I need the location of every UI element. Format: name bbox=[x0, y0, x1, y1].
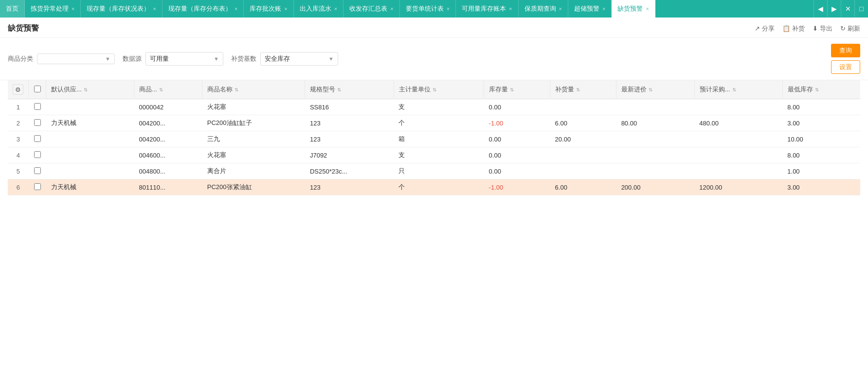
th-product-code[interactable]: 商品... ⇅ bbox=[134, 80, 202, 99]
row-estimated-purchase-1 bbox=[694, 99, 782, 115]
tab-overstock-close[interactable]: × bbox=[602, 6, 605, 12]
tab-batch-close[interactable]: × bbox=[284, 6, 287, 12]
tab-nav-btns: ◀ ▶ ✕ □ bbox=[814, 0, 868, 18]
replenish-base-select[interactable]: 安全库存 ▼ bbox=[260, 52, 338, 66]
table-header-row: ⚙ 默认供应... ⇅ bbox=[8, 80, 860, 99]
row-product-name-6: PC200张紧油缸 bbox=[202, 179, 305, 195]
th-min-stock[interactable]: 最低库存 ⇅ bbox=[782, 80, 860, 99]
row-estimated-purchase-6: 1200.00 bbox=[694, 179, 782, 195]
settings-button[interactable]: 设置 bbox=[831, 60, 860, 74]
tab-inout[interactable]: 出入库流水 × bbox=[294, 0, 344, 18]
row-checkbox-6[interactable] bbox=[34, 183, 41, 190]
table-container: ⚙ 默认供应... ⇅ bbox=[0, 80, 868, 203]
replenish-sort-icon: ⇅ bbox=[576, 87, 580, 92]
row-checkbox-cell-3 bbox=[29, 131, 46, 147]
select-all-checkbox[interactable] bbox=[34, 86, 41, 92]
row-min-stock-6: 3.00 bbox=[782, 179, 860, 195]
tab-exception-close[interactable]: × bbox=[72, 6, 74, 12]
spec-sort-icon: ⇅ bbox=[337, 87, 341, 92]
supplier-sort-icon: ⇅ bbox=[84, 87, 88, 92]
refresh-button[interactable]: ↻ 刷新 bbox=[840, 24, 860, 33]
row-checkbox-4[interactable] bbox=[34, 151, 41, 158]
min-stock-sort-icon: ⇅ bbox=[815, 87, 819, 92]
th-unit[interactable]: 主计量单位 ⇅ bbox=[394, 80, 484, 99]
row-estimated-purchase-2: 480.00 bbox=[694, 115, 782, 131]
table-row: 4 004600... 火花塞 J7092 支 0.00 8.00 bbox=[8, 147, 860, 163]
query-button[interactable]: 查询 bbox=[831, 44, 860, 57]
tab-avail[interactable]: 可用量库存账本 × bbox=[456, 0, 518, 18]
row-product-name-2: PC200油缸缸子 bbox=[202, 115, 305, 131]
table-row: 1 0000042 火花塞 SS816 支 0.00 8.00 bbox=[8, 99, 860, 115]
tab-shortage[interactable]: 缺货预警 × bbox=[612, 0, 655, 18]
row-num-1: 1 bbox=[8, 99, 29, 115]
tab-scroll-left[interactable]: ◀ bbox=[814, 0, 827, 18]
table-body: 1 0000042 火花塞 SS816 支 0.00 8.00 2 力天机械 0… bbox=[8, 99, 860, 195]
tab-shortage-close[interactable]: × bbox=[646, 6, 649, 12]
row-checkbox-1[interactable] bbox=[34, 103, 41, 110]
row-replenish-5 bbox=[550, 163, 616, 179]
th-latest-price[interactable]: 最新进价 ⇅ bbox=[616, 80, 695, 99]
tab-avail-close[interactable]: × bbox=[509, 6, 512, 12]
share-button[interactable]: ↗ 分享 bbox=[755, 24, 775, 33]
tab-close-all[interactable]: ✕ bbox=[841, 0, 854, 18]
tab-maximize[interactable]: □ bbox=[854, 0, 868, 18]
row-checkbox-2[interactable] bbox=[34, 119, 41, 126]
tab-expiry-close[interactable]: × bbox=[559, 6, 562, 12]
replenish-icon: 📋 bbox=[782, 25, 790, 32]
settings-gear-icon[interactable]: ⚙ bbox=[13, 84, 23, 95]
filter-bar: 商品分类 ▼ 数据源 可用量 ▼ 补货基数 安全库存 ▼ 查询 设置 bbox=[0, 38, 868, 80]
row-supplier-1 bbox=[46, 99, 134, 115]
row-replenish-2: 6.00 bbox=[550, 115, 616, 131]
replenish-base-filter-group: 补货基数 安全库存 ▼ bbox=[231, 52, 338, 66]
th-supplier[interactable]: 默认供应... ⇅ bbox=[46, 80, 134, 99]
th-product-name[interactable]: 商品名称 ⇅ bbox=[202, 80, 305, 99]
th-estimated-purchase[interactable]: 预计采购... ⇅ bbox=[694, 80, 782, 99]
row-checkbox-3[interactable] bbox=[34, 135, 41, 142]
tab-order-stat-close[interactable]: × bbox=[447, 6, 450, 12]
row-stock-2: -1.00 bbox=[484, 115, 550, 131]
replenish-button[interactable]: 📋 补货 bbox=[782, 24, 805, 33]
row-latest-price-5 bbox=[616, 163, 695, 179]
category-label: 商品分类 bbox=[8, 54, 33, 63]
tab-exception[interactable]: 拣货异常处理 × bbox=[25, 0, 81, 18]
row-estimated-purchase-4 bbox=[694, 147, 782, 163]
tab-overstock[interactable]: 超储预警 × bbox=[568, 0, 612, 18]
tab-scroll-right[interactable]: ▶ bbox=[827, 0, 841, 18]
th-check bbox=[29, 80, 46, 99]
tab-order-stat[interactable]: 要货单统计表 × bbox=[400, 0, 456, 18]
replenish-base-select-value: 安全库存 bbox=[265, 54, 325, 63]
row-min-stock-3: 10.00 bbox=[782, 131, 860, 147]
tab-collect-close[interactable]: × bbox=[390, 6, 393, 12]
tab-collect[interactable]: 收发存汇总表 × bbox=[344, 0, 399, 18]
tab-batch[interactable]: 库存批次账 × bbox=[244, 0, 293, 18]
th-replenish[interactable]: 补货量 ⇅ bbox=[550, 80, 616, 99]
row-spec-1: SS816 bbox=[305, 99, 394, 115]
row-latest-price-2: 80.00 bbox=[616, 115, 695, 131]
row-unit-1: 支 bbox=[394, 99, 484, 115]
category-dropdown-icon: ▼ bbox=[105, 56, 110, 62]
table-row: 3 004200... 三九 123 箱 0.00 20.00 10.00 bbox=[8, 131, 860, 147]
data-table: ⚙ 默认供应... ⇅ bbox=[8, 80, 860, 195]
tab-stock-status-close[interactable]: × bbox=[153, 6, 156, 12]
row-checkbox-cell-4 bbox=[29, 147, 46, 163]
row-checkbox-5[interactable] bbox=[34, 167, 41, 174]
th-stock[interactable]: 库存量 ⇅ bbox=[484, 80, 550, 99]
tab-inout-close[interactable]: × bbox=[334, 6, 337, 12]
row-unit-5: 只 bbox=[394, 163, 484, 179]
row-supplier-5 bbox=[46, 163, 134, 179]
tab-stock-dist[interactable]: 现存量（库存分布表） × bbox=[163, 0, 244, 18]
datasource-select[interactable]: 可用量 ▼ bbox=[145, 52, 223, 66]
tab-expiry[interactable]: 保质期查询 × bbox=[519, 0, 568, 18]
row-min-stock-1: 8.00 bbox=[782, 99, 860, 115]
tab-home[interactable]: 首页 bbox=[0, 0, 25, 18]
tab-stock-status[interactable]: 现存量（库存状况表） × bbox=[81, 0, 162, 18]
category-select[interactable]: ▼ bbox=[37, 53, 115, 64]
th-spec[interactable]: 规格型号 ⇅ bbox=[305, 80, 394, 99]
row-latest-price-4 bbox=[616, 147, 695, 163]
row-spec-2: 123 bbox=[305, 115, 394, 131]
row-unit-4: 支 bbox=[394, 147, 484, 163]
table-row: 2 力天机械 004200... PC200油缸缸子 123 个 -1.00 6… bbox=[8, 115, 860, 131]
export-button[interactable]: ⬇ 导出 bbox=[813, 24, 832, 33]
tab-stock-dist-close[interactable]: × bbox=[235, 6, 237, 12]
replenish-base-dropdown-icon: ▼ bbox=[328, 56, 334, 62]
